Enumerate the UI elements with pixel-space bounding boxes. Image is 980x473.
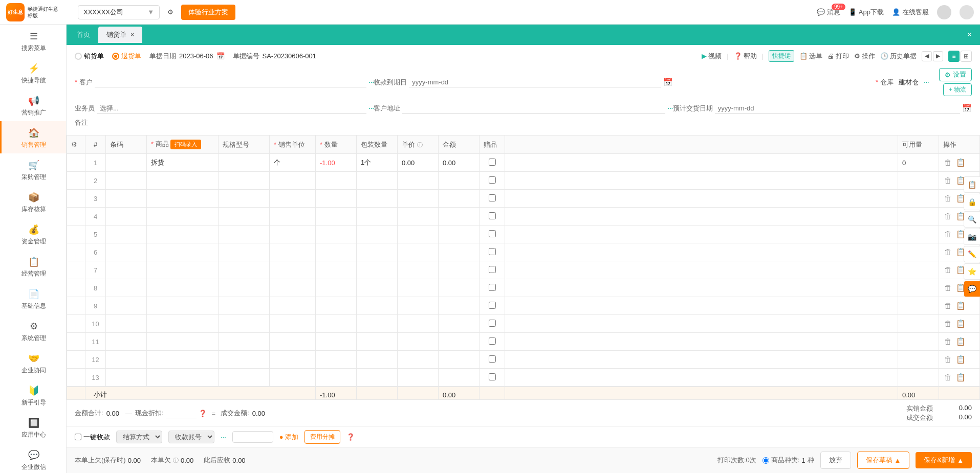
- radio-return[interactable]: 退货单: [112, 52, 141, 61]
- company-selector[interactable]: XXXXXX公司 ▼: [78, 5, 160, 19]
- cell-unit[interactable]: [270, 315, 316, 333]
- cell-unit[interactable]: [270, 333, 316, 351]
- operate-tool[interactable]: ⚙ 操作: [854, 52, 875, 61]
- discount-input[interactable]: [166, 408, 197, 418]
- help-tool[interactable]: ❓ 帮助: [734, 52, 757, 61]
- cell-amount[interactable]: [439, 226, 480, 243]
- app-download-button[interactable]: 📱 App下载: [848, 8, 884, 17]
- cell-unit[interactable]: 个: [270, 154, 316, 172]
- gift-checkbox[interactable]: [489, 355, 496, 363]
- account-select[interactable]: 收款账号: [168, 431, 214, 443]
- delete-row-button[interactable]: 🗑: [943, 157, 953, 168]
- gift-checkbox[interactable]: [489, 284, 496, 291]
- copy-row-button[interactable]: 📋: [955, 157, 967, 168]
- tab-bar-close-button[interactable]: ×: [961, 30, 978, 39]
- delete-row-button[interactable]: 🗑: [943, 229, 953, 239]
- sidebar-item-cooperation[interactable]: 🤝 企业协同: [0, 347, 66, 379]
- delete-row-button[interactable]: 🗑: [943, 336, 953, 347]
- cell-price[interactable]: [398, 279, 439, 297]
- cell-qty[interactable]: [316, 226, 357, 243]
- cell-gift[interactable]: [480, 369, 505, 387]
- cell-gift[interactable]: [480, 208, 505, 226]
- cell-goods[interactable]: [147, 369, 219, 387]
- shortcut-button[interactable]: 快捷键: [769, 50, 794, 62]
- cell-amount[interactable]: [439, 369, 480, 387]
- grid-view-button[interactable]: ⊞: [961, 51, 972, 62]
- sidebar-item-wechat[interactable]: 💬 企业微信: [0, 443, 66, 473]
- cell-gift[interactable]: [480, 261, 505, 279]
- cell-gift[interactable]: [480, 297, 505, 315]
- gift-checkbox[interactable]: [489, 302, 496, 309]
- sidebar-item-inventory[interactable]: 📦 库存核算: [0, 186, 66, 218]
- cell-goods[interactable]: [147, 351, 219, 369]
- cell-barcode[interactable]: [106, 243, 147, 261]
- tab-home[interactable]: 首页: [69, 27, 98, 43]
- cell-goods[interactable]: [147, 208, 219, 226]
- delete-row-button[interactable]: 🗑: [943, 372, 953, 382]
- save-draft-button[interactable]: 保存草稿 ▲: [857, 452, 910, 469]
- cell-spec[interactable]: [219, 172, 270, 190]
- delete-row-button[interactable]: 🗑: [943, 175, 953, 186]
- cell-gift[interactable]: [480, 279, 505, 297]
- cell-qty[interactable]: [316, 333, 357, 351]
- cell-amount[interactable]: [439, 333, 480, 351]
- cell-amount[interactable]: [439, 315, 480, 333]
- cell-barcode[interactable]: [106, 190, 147, 208]
- cell-qty[interactable]: [316, 279, 357, 297]
- delete-row-button[interactable]: 🗑: [943, 354, 953, 365]
- cell-amount[interactable]: 0.00: [439, 154, 480, 172]
- cell-goods[interactable]: [147, 190, 219, 208]
- cell-gift[interactable]: [480, 243, 505, 261]
- cell-qty[interactable]: [316, 172, 357, 190]
- sidebar-item-marketing[interactable]: 📢 营销推广: [0, 89, 66, 121]
- sidebar-item-quick-nav[interactable]: ⚡ 快捷导航: [0, 57, 66, 89]
- sidebar-item-capital[interactable]: 💰 资金管理: [0, 218, 66, 250]
- th-settings[interactable]: ⚙: [67, 136, 85, 154]
- cell-spec[interactable]: [219, 369, 270, 387]
- gift-checkbox[interactable]: [489, 337, 496, 345]
- cell-spec[interactable]: [219, 351, 270, 369]
- due-date-calendar-icon[interactable]: 📅: [663, 78, 673, 87]
- cell-amount[interactable]: [439, 208, 480, 226]
- cell-amount[interactable]: [439, 279, 480, 297]
- cell-price[interactable]: [398, 261, 439, 279]
- avatar-2[interactable]: [960, 5, 974, 19]
- cell-pkgqty[interactable]: [357, 369, 398, 387]
- tab-sales-order[interactable]: 销货单 ×: [98, 27, 142, 43]
- cell-pkgqty[interactable]: 1个: [357, 154, 398, 172]
- scan-button[interactable]: 扫码录入: [170, 140, 201, 149]
- cell-barcode[interactable]: [106, 261, 147, 279]
- cell-price[interactable]: [398, 297, 439, 315]
- cell-price[interactable]: 0.00: [398, 154, 439, 172]
- cell-unit[interactable]: [270, 351, 316, 369]
- cell-qty[interactable]: [316, 243, 357, 261]
- tab-close-icon[interactable]: ×: [130, 31, 134, 38]
- cell-unit[interactable]: [270, 297, 316, 315]
- next-page-button[interactable]: ▶: [933, 51, 943, 61]
- video-tool[interactable]: ▶ 视频: [702, 52, 722, 61]
- cell-price[interactable]: [398, 208, 439, 226]
- sidebar-item-app-center[interactable]: 🔲 应用中心: [0, 411, 66, 443]
- float-btn-2[interactable]: 🔒: [964, 194, 980, 210]
- gift-checkbox[interactable]: [489, 159, 496, 166]
- calendar-icon[interactable]: 📅: [216, 52, 225, 60]
- amount-input[interactable]: [232, 431, 273, 443]
- cell-pkgqty[interactable]: [357, 208, 398, 226]
- cell-price[interactable]: [398, 315, 439, 333]
- cell-goods[interactable]: [147, 172, 219, 190]
- cell-gift[interactable]: [480, 190, 505, 208]
- cell-unit[interactable]: [270, 190, 316, 208]
- cell-spec[interactable]: [219, 279, 270, 297]
- cell-barcode[interactable]: [106, 333, 147, 351]
- cell-pkgqty[interactable]: [357, 190, 398, 208]
- cell-qty[interactable]: [316, 208, 357, 226]
- gift-checkbox[interactable]: [489, 373, 496, 380]
- cell-gift[interactable]: [480, 351, 505, 369]
- cell-barcode[interactable]: [106, 154, 147, 172]
- cell-spec[interactable]: [219, 208, 270, 226]
- sidebar-item-system[interactable]: ⚙ 系统管理: [0, 314, 66, 347]
- cell-pkgqty[interactable]: [357, 172, 398, 190]
- cell-spec[interactable]: [219, 315, 270, 333]
- cell-pkgqty[interactable]: [357, 351, 398, 369]
- fee-split-button[interactable]: 费用分摊: [304, 430, 340, 444]
